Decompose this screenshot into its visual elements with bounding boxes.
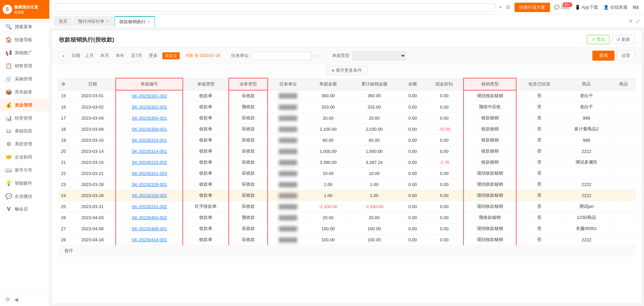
user-item[interactable]: Rit bbox=[633, 5, 639, 10]
more-options-icon[interactable]: ··· bbox=[314, 52, 321, 59]
col-settings[interactable]: ⚙ bbox=[58, 78, 69, 90]
cell-goods: 2222 bbox=[562, 190, 611, 201]
date-last-month-btn[interactable]: 上月 bbox=[83, 52, 96, 59]
doc-no-link[interactable]: SK-20230308-001 bbox=[131, 127, 167, 132]
cell-goods2 bbox=[611, 146, 636, 157]
cell-balance: 0.00 bbox=[400, 113, 425, 124]
cell-date: 2023-03-15 bbox=[69, 157, 116, 168]
sidebar-item-marketing[interactable]: 📢 营销推广 bbox=[0, 46, 49, 59]
sidebar-item-system[interactable]: ⚙ 系统管理 bbox=[0, 137, 49, 150]
settings-icon[interactable]: ⚙ bbox=[5, 296, 10, 303]
cell-discount: 0.00 bbox=[425, 234, 464, 245]
col-amount: 单据金额 bbox=[308, 78, 348, 90]
cell-amount: 3,390.00 bbox=[308, 157, 348, 168]
cell-verify-type: 预收中应收 bbox=[464, 102, 516, 113]
doc-no-link[interactable]: SK-20230321-003 bbox=[131, 171, 167, 176]
tab-prepay-close-icon[interactable]: × bbox=[106, 19, 109, 24]
doc-no-link[interactable]: SK-20230315-002 bbox=[131, 160, 167, 165]
cell-goods2 bbox=[611, 212, 636, 223]
date-7days-btn[interactable]: 近7天 bbox=[129, 52, 144, 59]
doc-no-link[interactable]: SK-20230328-001 bbox=[131, 182, 167, 187]
cell-balance: 0.00 bbox=[400, 135, 425, 146]
doctype-select[interactable] bbox=[352, 51, 406, 60]
sidebar-item-wechat[interactable]: 💬 企业微信 bbox=[0, 190, 49, 203]
cell-date: 2023-04-18 bbox=[69, 234, 116, 245]
tab-collection-close-icon[interactable]: × bbox=[148, 19, 150, 24]
expand-more-button[interactable]: ▾ 展开更多条件 bbox=[326, 66, 368, 75]
cell-doc-no: SK-20230314-001 bbox=[116, 146, 183, 157]
filter-toggle-button[interactable]: » bbox=[59, 52, 67, 60]
cell-verified: 1.00 bbox=[348, 179, 400, 190]
sidebar-item-vip[interactable]: V 畅会员 bbox=[0, 203, 49, 216]
doc-no-link[interactable]: SK-20230418-001 bbox=[131, 237, 167, 242]
doc-no-link[interactable]: SK-20230408-001 bbox=[131, 226, 167, 231]
partner-input[interactable] bbox=[251, 52, 312, 60]
sidebar-item-purchase[interactable]: 🛒 采购管理 bbox=[0, 72, 49, 85]
cell-biz-type: 应收款 bbox=[229, 113, 268, 124]
doc-no-link[interactable]: SK-20230403-002 bbox=[131, 215, 167, 220]
cell-date: 2023-03-31 bbox=[69, 201, 116, 212]
table-row: 22 2023-03-21 SK-20230321-003 收款单 应收款 ██… bbox=[58, 168, 636, 179]
date-custom-btn[interactable]: 自定义 bbox=[162, 52, 180, 59]
cell-goods: 999 bbox=[562, 135, 611, 146]
collapse-icon[interactable]: ◀ bbox=[14, 296, 18, 303]
sidebar-item-enterprise[interactable]: 🤝 企业协同 bbox=[0, 150, 49, 164]
refresh-button[interactable]: ↺ 刷新 bbox=[612, 35, 635, 44]
query-button[interactable]: 查询 bbox=[592, 51, 614, 61]
cell-no: 27 bbox=[58, 223, 69, 234]
cell-date: 2023-03-08 bbox=[69, 124, 116, 135]
sidebar-item-search[interactable]: 🔍 搜索菜单 bbox=[0, 20, 49, 33]
service-item[interactable]: 👤 在线客服 bbox=[603, 4, 628, 10]
sidebar-item-sales[interactable]: 📋 销售管理 bbox=[0, 59, 49, 72]
cell-discount: 0.00 bbox=[425, 223, 464, 234]
tab-prepay[interactable]: 预付冲应付单 × bbox=[73, 16, 114, 26]
cell-date: 2023-03-14 bbox=[69, 146, 116, 157]
tab-home[interactable]: 首页 bbox=[54, 16, 72, 26]
cell-discount: 0.00 bbox=[425, 90, 464, 102]
doc-no-link[interactable]: SK-20230302-002 bbox=[131, 105, 167, 110]
tab-collection[interactable]: 收款核销执行 × bbox=[114, 16, 155, 27]
message-item[interactable]: 💬 消息 99+ bbox=[554, 4, 570, 10]
cell-verify-type: 收款核销 bbox=[464, 146, 516, 157]
sidebar-item-operations[interactable]: 📊 经营管理 bbox=[0, 112, 49, 125]
doc-no-link[interactable]: SK-20230301-002 bbox=[131, 94, 167, 99]
date-more-btn[interactable]: 更多 bbox=[147, 52, 160, 59]
sidebar-item-basics[interactable]: 🗂 基础信息 bbox=[0, 125, 49, 137]
sidebar-item-guide[interactable]: 📖 新手引导 bbox=[0, 164, 49, 177]
cell-included: 否 bbox=[516, 190, 562, 201]
service-label: 在线客服 bbox=[610, 4, 628, 10]
sidebar-menu: 🔍 搜索菜单 🏠 快捷导航 📢 营销推广 📋 销售管理 🛒 采购管理 📦 库存核… bbox=[0, 19, 49, 293]
sidebar-item-hardware[interactable]: 💡 智能硬件 bbox=[0, 177, 49, 190]
tab-expand-icon[interactable]: ⤢ bbox=[636, 18, 640, 24]
search-input[interactable] bbox=[55, 3, 495, 11]
date-this-month-btn[interactable]: 本月 bbox=[98, 52, 111, 59]
wechat-icon: 💬 bbox=[5, 193, 12, 199]
col-partner: 往来单位 bbox=[268, 78, 308, 90]
sidebar-item-quick-nav[interactable]: 🏠 快捷导航 bbox=[0, 33, 49, 46]
cell-date: 2023-03-01 bbox=[69, 90, 116, 102]
doc-no-link[interactable]: SK-20230331-002 bbox=[131, 204, 167, 209]
gear-icon[interactable]: ⚙ bbox=[506, 4, 511, 10]
sidebar-item-label: 经营管理 bbox=[15, 115, 32, 121]
doc-no-link[interactable]: SK-20230304-001 bbox=[131, 116, 167, 121]
setting-button[interactable]: 设置 bbox=[617, 51, 635, 61]
solution-button[interactable]: 体验行业方案 bbox=[515, 3, 550, 12]
date-this-year-btn[interactable]: 本年 bbox=[114, 52, 126, 59]
export-button[interactable]: ↗ 导出 bbox=[587, 35, 609, 44]
sidebar-item-inventory[interactable]: 📦 库存核算 bbox=[0, 85, 49, 99]
hardware-icon: 💡 bbox=[5, 180, 12, 186]
topbar: ▾ ⚙ 体验行业方案 💬 消息 99+ 📱 App下载 👤 在线客服 Rit bbox=[50, 0, 644, 15]
tab-close-all-icon[interactable]: ✕ bbox=[629, 18, 633, 24]
tabbar-actions: ✕ ⤢ bbox=[629, 18, 640, 24]
app-download-item[interactable]: 📱 App下载 bbox=[575, 4, 598, 10]
cell-discount: 0.00 bbox=[425, 179, 464, 190]
cell-biz-type: 应收款 bbox=[229, 146, 268, 157]
doc-no-link[interactable]: SK-20230314-001 bbox=[131, 149, 167, 154]
table-row: 17 2023-03-04 SK-20230304-001 收款单 应收款 ██… bbox=[58, 113, 636, 124]
doc-no-link[interactable]: SK-20230310-001 bbox=[131, 138, 167, 143]
cell-included: 否 bbox=[516, 90, 562, 102]
query-actions: 查询 设置 bbox=[592, 51, 635, 61]
sidebar-item-finance[interactable]: 💰 资金管理 bbox=[0, 99, 49, 112]
doc-no-link[interactable]: SK-20230328-002 bbox=[131, 193, 167, 198]
sidebar-item-label: 新手引导 bbox=[15, 167, 32, 173]
